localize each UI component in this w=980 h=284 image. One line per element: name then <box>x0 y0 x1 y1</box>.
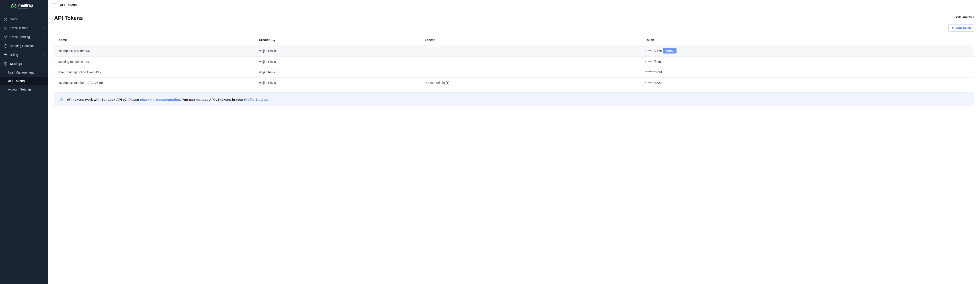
menu-toggle-icon[interactable] <box>52 2 57 8</box>
cell-token: ********747c Copy <box>643 45 963 57</box>
globe-icon <box>3 44 8 48</box>
svg-point-9 <box>968 61 968 62</box>
sidebar: mailtrap by railsware HomeEmail TestingE… <box>0 0 48 284</box>
svg-point-11 <box>968 71 968 71</box>
sidebar-item-label: User Management <box>8 71 45 74</box>
primary-nav: HomeEmail TestingEmail SendingSending Do… <box>0 13 48 94</box>
total-tokens: Total tokens: 4 <box>954 15 974 18</box>
info-banner: API tokens work with Sandbox API v2. Ple… <box>54 93 974 106</box>
token-value: ********fe65 <box>645 60 661 64</box>
svg-rect-2 <box>4 54 7 56</box>
table-row[interactable]: example.con token 147 Veljko Ristic ****… <box>54 45 974 57</box>
main: API Tokens API Tokens Total tokens: 4 Ad… <box>48 0 980 284</box>
svg-point-10 <box>968 62 968 63</box>
sidebar-sub-account-settings[interactable]: Account Settings <box>0 85 48 94</box>
cell-access <box>422 57 643 67</box>
cell-token: ********c82a <box>643 78 963 88</box>
sidebar-item-email-sending[interactable]: Email Sending <box>0 32 48 41</box>
svg-rect-0 <box>4 27 7 29</box>
info-icon <box>59 97 64 102</box>
token-value: ********c82a <box>645 81 662 85</box>
svg-point-14 <box>968 81 968 81</box>
sidebar-sub-api-tokens[interactable]: API Tokens <box>0 77 48 85</box>
table-row[interactable]: example.com token 1709123168 Veljko Rist… <box>54 78 974 88</box>
add-token-button[interactable]: Add Token <box>948 24 974 32</box>
sidebar-item-email-testing[interactable]: Email Testing <box>0 24 48 32</box>
cell-access <box>422 67 643 78</box>
logo[interactable]: mailtrap by railsware <box>0 0 48 13</box>
row-menu-icon[interactable] <box>966 49 970 53</box>
svg-point-5 <box>968 49 968 50</box>
token-value: ********393d <box>645 70 662 74</box>
user-plus-icon <box>952 27 955 30</box>
sidebar-item-billing[interactable]: Billing <box>0 50 48 59</box>
sidebar-item-label: Settings <box>10 62 42 65</box>
breadcrumb: API Tokens <box>60 3 76 7</box>
cell-access <box>422 45 643 57</box>
cell-token: ********393d <box>643 67 963 78</box>
send-icon <box>3 35 8 39</box>
card-icon <box>3 53 8 57</box>
profile-settings-link[interactable]: Profile Settings <box>244 97 269 101</box>
svg-point-3 <box>5 63 6 64</box>
home-icon <box>3 17 8 21</box>
copy-button[interactable]: Copy <box>663 48 676 54</box>
sidebar-item-label: Billing <box>10 53 42 57</box>
row-menu-icon[interactable] <box>966 70 970 74</box>
brand-name: mailtrap <box>18 3 33 8</box>
sidebar-sub-user-management[interactable]: User Management <box>0 68 48 77</box>
col-header-token: Token <box>643 35 963 45</box>
cell-token: ********fe65 <box>643 57 963 67</box>
col-header-name: Name <box>54 35 257 45</box>
cell-created-by: Veljko Ristic <box>257 57 422 67</box>
cell-name: sending.fun token 149 <box>54 57 257 67</box>
sidebar-item-label: Account Settings <box>8 88 45 91</box>
sidebar-item-settings[interactable]: Settings <box>0 59 48 68</box>
svg-point-8 <box>968 60 968 61</box>
mail-check-icon <box>3 26 8 30</box>
row-menu-icon[interactable] <box>966 80 970 85</box>
svg-point-7 <box>968 51 968 52</box>
sidebar-item-label: Email Sending <box>10 35 42 39</box>
col-header-access: Access <box>422 35 643 45</box>
token-value: ********747c <box>645 49 662 53</box>
sidebar-item-label: Sending Domains <box>10 44 45 48</box>
sidebar-item-label: Home <box>10 18 45 21</box>
sidebar-item-home[interactable]: Home <box>0 15 48 24</box>
svg-point-4 <box>952 27 953 28</box>
col-header-created: Created By <box>257 35 422 45</box>
mailtrap-logo-icon <box>11 3 17 10</box>
table-row[interactable]: www.mailtrap.online token 155 Veljko Ris… <box>54 67 974 78</box>
cell-created-by: Veljko Ristic <box>257 67 422 78</box>
svg-point-13 <box>968 73 968 73</box>
cell-created-by: Veljko Ristic <box>257 78 422 88</box>
gear-icon <box>3 62 8 66</box>
topbar: API Tokens <box>48 0 980 10</box>
svg-point-6 <box>968 50 968 51</box>
svg-point-16 <box>968 83 968 84</box>
add-token-label: Add Token <box>956 26 971 30</box>
sidebar-item-label: Email Testing <box>10 26 42 30</box>
sidebar-item-label: API Tokens <box>8 79 45 83</box>
page-title: API Tokens <box>54 15 83 21</box>
cell-access: Domain Admin (1) <box>422 78 643 88</box>
row-menu-icon[interactable] <box>966 59 970 64</box>
svg-point-15 <box>968 82 968 83</box>
cell-name: example.com token 1709123168 <box>54 78 257 88</box>
brand-byline: by railsware <box>18 7 33 10</box>
table-row[interactable]: sending.fun token 149 Veljko Ristic ****… <box>54 57 974 67</box>
cell-name: example.con token 147 <box>54 45 257 57</box>
tokens-table: Name Created By Access Token example.con… <box>54 35 974 88</box>
svg-point-12 <box>968 72 968 72</box>
docs-link[interactable]: check the documentation <box>140 97 180 101</box>
info-text: API tokens work with Sandbox API v2. Ple… <box>67 97 269 101</box>
cell-created-by: Veljko Ristic <box>257 45 422 57</box>
cell-name: www.mailtrap.online token 155 <box>54 67 257 78</box>
sidebar-item-sending-domains[interactable]: Sending Domains <box>0 41 48 50</box>
